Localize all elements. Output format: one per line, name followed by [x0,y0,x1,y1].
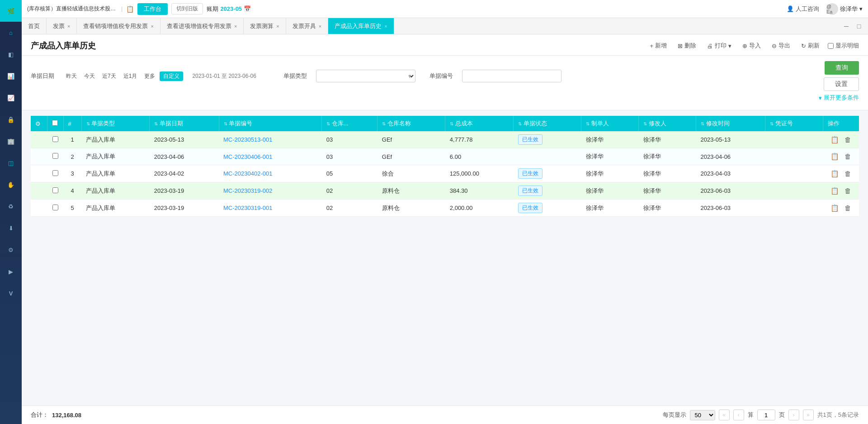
sidebar-item-box[interactable]: ◫ [0,152,22,174]
row-doc-num[interactable]: MC-20230319-002 [219,182,322,200]
row-doc-num[interactable]: MC-20230319-001 [219,200,322,217]
page-input[interactable] [757,410,775,420]
sidebar-item-lock[interactable]: 🔒 [0,109,22,130]
row-checkbox-cell[interactable] [47,148,63,165]
date-today-btn[interactable]: 今天 [81,71,98,81]
workbench-button[interactable]: 工作台 [137,3,168,15]
first-page-button[interactable]: « [719,410,730,420]
last-page-button[interactable]: » [803,410,814,420]
doc-num-input[interactable] [462,70,561,82]
doc-num-link[interactable]: MC-20230319-001 [223,205,272,211]
new-button[interactable]: + 新增 [647,40,670,52]
print-button[interactable]: 🖨 打印 ▾ [704,40,734,52]
tab-invoice-calc[interactable]: 发票测算 × [244,18,286,34]
doc-num-link[interactable]: MC-20230402-001 [223,170,272,177]
date-1month-btn[interactable]: 近1月 [121,71,140,81]
tab-vat-sales-close[interactable]: × [151,24,153,29]
row-checkbox-cell[interactable] [47,131,63,148]
prev-page-button[interactable]: ‹ [733,410,744,420]
row-edit-button[interactable]: 📋 [829,203,841,213]
row-edit-button[interactable]: 📋 [829,152,841,162]
tab-product-history-close[interactable]: × [384,24,387,29]
sidebar-item-video[interactable]: ▶ [0,261,22,282]
th-modify-time[interactable]: ⇅ 修改时间 [696,116,765,131]
row-delete-button[interactable]: 🗑 [843,203,853,213]
doc-type-select[interactable] [316,70,415,82]
user-info[interactable]: @ Ea 徐泽华 ▾ [826,3,863,15]
import-button[interactable]: ⊕ 导入 [740,40,764,52]
sidebar-item-chart[interactable]: 📊 [0,65,22,87]
th-doc-type[interactable]: ⇅ 单据类型 [81,116,150,131]
sidebar-item-recycle[interactable]: ♻ [0,195,22,217]
sidebar-item-settings[interactable]: ⚙ [0,239,22,261]
th-modifier[interactable]: ⇅ 修改人 [639,116,696,131]
sidebar-item-v[interactable]: V [0,282,22,304]
date-custom-btn[interactable]: 自定义 [160,71,183,81]
show-detail-input[interactable] [828,43,834,49]
tab-invoice[interactable]: 发票 × [47,18,77,34]
row-checkbox[interactable] [52,205,58,210]
th-warehouse-name[interactable]: ⇅ 仓库名称 [377,116,445,131]
calendar-icon[interactable]: 📅 [244,5,251,12]
doc-num-link[interactable]: MC-20230513-001 [223,136,272,143]
tab-home[interactable]: 首页 [22,18,47,34]
tab-invoice-close[interactable]: × [67,24,70,29]
doc-num-link[interactable]: MC-20230406-001 [223,153,272,160]
sidebar-item-org[interactable]: 🏢 [0,130,22,152]
date-yesterday-btn[interactable]: 昨天 [63,71,80,81]
app-logo[interactable]: 🌿 [0,0,22,22]
row-delete-button[interactable]: 🗑 [843,169,853,178]
row-checkbox-cell[interactable] [47,165,63,182]
show-detail-checkbox[interactable]: 显示明细 [828,42,859,50]
row-checkbox[interactable] [52,187,58,193]
row-delete-button[interactable]: 🗑 [843,135,853,144]
tab-vat-input-close[interactable]: × [234,24,237,29]
th-total-cost[interactable]: ⇅ 总成本 [445,116,514,131]
tab-vat-input[interactable]: 查看进项增值税专用发票 × [160,18,244,34]
sidebar-item-person[interactable]: ✋ [0,174,22,195]
tab-invoice-open[interactable]: 发票开具 × [286,18,328,34]
th-settings[interactable]: ⚙ [31,116,47,131]
user-service[interactable]: 👤 人工咨询 [787,5,819,13]
sidebar-item-download[interactable]: ⬇ [0,217,22,239]
row-doc-num[interactable]: MC-20230513-001 [219,131,322,148]
date-more-btn[interactable]: 更多 [142,71,158,81]
row-checkbox[interactable] [52,153,58,159]
set-button[interactable]: 设置 [824,77,859,91]
tab-invoice-calc-close[interactable]: × [276,24,279,29]
doc-num-link[interactable]: MC-20230319-002 [223,187,272,194]
th-doc-status[interactable]: ⇅ 单据状态 [514,116,581,131]
select-all-checkbox[interactable] [52,120,58,126]
row-checkbox[interactable] [52,170,58,176]
row-doc-num[interactable]: MC-20230406-001 [219,148,322,165]
tab-product-history[interactable]: 产成品入库单历史 × [328,18,394,34]
row-delete-button[interactable]: 🗑 [843,186,853,195]
th-warehouse-code[interactable]: ⇅ 仓库... [322,116,377,131]
th-checkbox[interactable] [47,116,63,131]
next-page-button[interactable]: › [788,410,799,420]
refresh-button[interactable]: ↻ 刷新 [798,40,822,52]
tab-minimize-button[interactable]: ─ [841,21,852,32]
query-button[interactable]: 查询 [825,61,859,75]
sidebar-item-analytics[interactable]: 📈 [0,87,22,109]
row-edit-button[interactable]: 📋 [829,186,841,196]
tab-vat-sales[interactable]: 查看销项增值税专用发票 × [77,18,160,34]
tab-invoice-open-close[interactable]: × [319,24,321,29]
switch-button[interactable]: 切到旧版 [171,3,203,14]
row-edit-button[interactable]: 📋 [829,169,841,179]
date-7days-btn[interactable]: 近7天 [99,71,119,81]
row-doc-num[interactable]: MC-20230402-001 [219,165,322,182]
th-doc-date[interactable]: ⇅ 单据日期 [150,116,219,131]
row-edit-button[interactable]: 📋 [829,135,841,145]
th-voucher-num[interactable]: ⇅ 凭证号 [765,116,823,131]
row-checkbox[interactable] [52,136,58,142]
th-doc-num[interactable]: ⇅ 单据编号 [219,116,322,131]
per-page-select[interactable]: 50 10 20 100 [690,410,715,420]
sidebar-item-home[interactable]: ⌂ [0,22,22,43]
row-checkbox-cell[interactable] [47,200,63,217]
sidebar-item-doc[interactable]: ◧ [0,43,22,65]
row-delete-button[interactable]: 🗑 [843,152,853,161]
row-checkbox-cell[interactable] [47,182,63,200]
expand-conditions-button[interactable]: ▾ 展开更多条件 [819,94,859,102]
delete-button[interactable]: ⊠ 删除 [675,40,699,52]
